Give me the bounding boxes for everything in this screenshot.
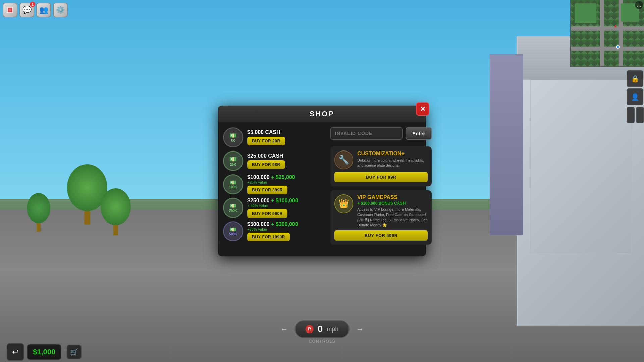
- customization-icon: 🔧: [334, 150, 353, 169]
- cash-amount-250k: $250,000 + $100,000: [247, 198, 322, 204]
- buy-100k-button[interactable]: BUY FOR 399R: [247, 186, 287, 194]
- cash-icon-100k: 💵 100K: [223, 174, 243, 194]
- cash-info-500k: $500,000 + $300,000 +60% Value BUY FOR 1…: [247, 221, 322, 241]
- shop-body: 💵 5K $5,000 CASH BUY FOR 20R 💵 25K: [218, 122, 426, 250]
- cash-amount-25k: $25,000 CASH: [247, 153, 322, 159]
- cash-info-250k: $250,000 + $100,000 + 40% Value BUY FOR …: [247, 198, 322, 218]
- cash-item-5k: 💵 5K $5,000 CASH BUY FOR 20R: [223, 127, 322, 147]
- buy-5k-button[interactable]: BUY FOR 20R: [247, 137, 285, 145]
- cash-item-100k: 💵 100K $100,000 + $25,000 +25% Value BUY…: [223, 174, 322, 194]
- vip-subtitle: + $100,000 BONUS CASH: [357, 201, 428, 206]
- customization-desc: Unlocks more colors, wheels, headlights,…: [357, 158, 428, 168]
- cash-icon-5k: 💵 5K: [223, 127, 243, 147]
- cash-value-250k: + 40% Value: [247, 204, 322, 208]
- cash-icon-25k: 💵 25K: [223, 151, 243, 171]
- vip-header: 👑 VIP GAMEPASS + $100,000 BONUS CASH Acc…: [334, 194, 428, 228]
- close-button[interactable]: ✕: [416, 102, 429, 116]
- buy-250k-button[interactable]: BUY FOR 990R: [247, 209, 287, 218]
- cash-value-100k: +25% Value: [247, 180, 322, 184]
- buy-25k-button[interactable]: BUY FOR 98R: [247, 160, 285, 169]
- cash-item-500k: 💵 500K $500,000 + $300,000 +60% Value BU…: [223, 221, 322, 241]
- cash-amount-500k: $500,000 + $300,000: [247, 221, 322, 227]
- cash-amount-100k: $100,000 + $25,000: [247, 174, 322, 180]
- cash-info-100k: $100,000 + $25,000 +25% Value BUY FOR 39…: [247, 174, 322, 194]
- vip-desc: Access to VIP Lounge, more Materials, Cu…: [357, 207, 428, 228]
- enter-button[interactable]: Enter: [406, 127, 432, 140]
- cash-icon-250k: 💵 250K: [223, 198, 243, 218]
- cash-value-500k: +60% Value: [247, 227, 322, 231]
- shop-header: SHOP ✕: [218, 106, 426, 122]
- cash-icon-500k: 💵 500K: [223, 221, 243, 241]
- vip-title: VIP GAMEPASS: [357, 194, 428, 200]
- shop-title: SHOP: [310, 110, 334, 118]
- customization-card: 🔧 CUSTOMIZATION+ Unlocks more colors, wh…: [330, 146, 432, 186]
- cash-column: 💵 5K $5,000 CASH BUY FOR 20R 💵 25K: [223, 127, 322, 245]
- cash-amount-5k: $5,000 CASH: [247, 129, 322, 135]
- buy-vip-button[interactable]: BUY FOR 499R: [334, 230, 428, 241]
- modal-overlay: SHOP ✕ 💵 5K $5,000 CASH BUY FOR 20: [0, 0, 644, 362]
- vip-card: 👑 VIP GAMEPASS + $100,000 BONUS CASH Acc…: [330, 190, 432, 245]
- cash-info-5k: $5,000 CASH BUY FOR 20R: [247, 129, 322, 145]
- cash-info-25k: $25,000 CASH BUY FOR 98R: [247, 153, 322, 169]
- customization-text: CUSTOMIZATION+ Unlocks more colors, whee…: [357, 150, 428, 168]
- buy-customization-button[interactable]: BUY FOR 99R: [334, 172, 428, 182]
- vip-text: VIP GAMEPASS + $100,000 BONUS CASH Acces…: [357, 194, 428, 228]
- customization-header: 🔧 CUSTOMIZATION+ Unlocks more colors, wh…: [334, 150, 428, 169]
- vip-icon: 👑: [334, 194, 353, 213]
- customization-title: CUSTOMIZATION+: [357, 150, 428, 157]
- cash-item-250k: 💵 250K $250,000 + $100,000 + 40% Value B…: [223, 198, 322, 218]
- buy-500k-button[interactable]: BUY FOR 1990R: [247, 233, 290, 241]
- shop-modal: SHOP ✕ 💵 5K $5,000 CASH BUY FOR 20: [218, 106, 426, 257]
- code-area: Enter: [330, 127, 432, 140]
- right-column: Enter 🔧 CUSTOMIZATION+ Unlocks more colo…: [325, 127, 432, 245]
- cash-item-25k: 💵 25K $25,000 CASH BUY FOR 98R: [223, 151, 322, 171]
- code-input[interactable]: [330, 127, 403, 140]
